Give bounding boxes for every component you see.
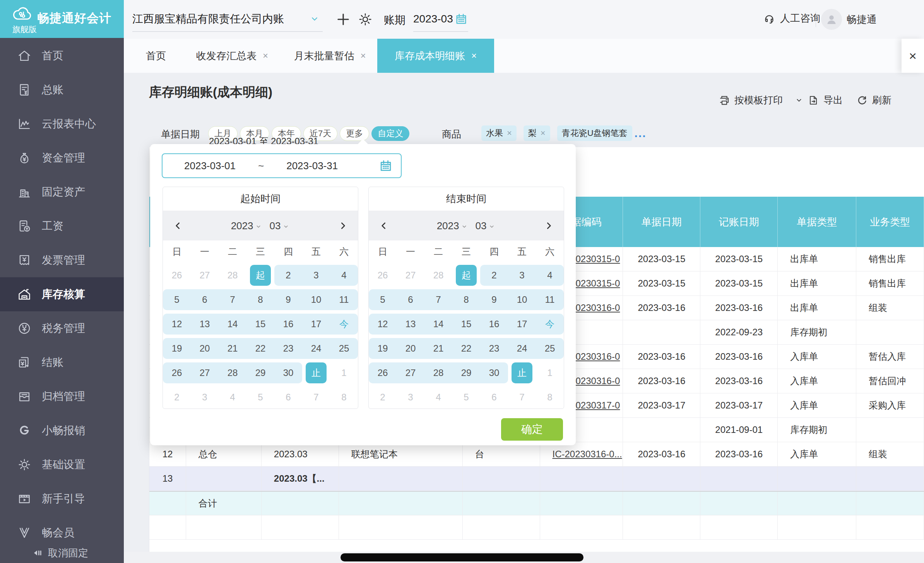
day-cell-3[interactable]: 3 bbox=[191, 385, 219, 409]
tab-库存成本明细账[interactable]: 库存成本明细账× bbox=[377, 39, 494, 73]
tab-收发存汇总表[interactable]: 收发存汇总表× bbox=[182, 39, 282, 73]
sidebar-item-总账[interactable]: 总账 bbox=[0, 73, 124, 107]
day-cell-9[interactable]: 9 bbox=[274, 287, 302, 312]
unpin-sidebar-button[interactable]: 取消固定 bbox=[0, 543, 124, 563]
day-cell-12[interactable]: 12 bbox=[369, 312, 397, 336]
day-cell-4[interactable]: 4 bbox=[424, 385, 452, 409]
day-cell-3[interactable]: 3 bbox=[397, 385, 424, 409]
remove-tag-icon[interactable]: × bbox=[541, 128, 546, 138]
doc-code-link[interactable]: IC-20230316-0... bbox=[540, 442, 623, 467]
month-select[interactable]: 03 bbox=[475, 220, 496, 232]
year-select[interactable]: 2023 bbox=[231, 220, 263, 232]
day-cell-2[interactable]: 2 bbox=[369, 385, 397, 409]
day-cell-20[interactable]: 20 bbox=[397, 336, 424, 360]
avatar[interactable] bbox=[821, 9, 842, 30]
day-cell-4[interactable]: 4 bbox=[330, 263, 358, 287]
day-cell-27[interactable]: 27 bbox=[191, 360, 219, 385]
chevron-down-icon[interactable] bbox=[794, 97, 804, 103]
day-cell-8[interactable]: 8 bbox=[246, 287, 274, 312]
company-selector[interactable]: 江西服宝精品有限责任公司内账 bbox=[132, 6, 323, 32]
day-cell-今[interactable]: 今 bbox=[330, 312, 358, 336]
next-month-button[interactable] bbox=[544, 220, 554, 232]
day-cell-28[interactable]: 28 bbox=[424, 263, 452, 287]
date-range-input[interactable]: 2023-03-01 ~ 2023-03-31 bbox=[162, 153, 402, 178]
day-cell-10[interactable]: 10 bbox=[508, 287, 536, 312]
day-cell-26[interactable]: 26 bbox=[163, 263, 191, 287]
day-cell-16[interactable]: 16 bbox=[480, 312, 508, 336]
close-tab-icon[interactable]: × bbox=[471, 50, 477, 61]
add-button[interactable] bbox=[335, 11, 351, 27]
gear-icon[interactable] bbox=[358, 12, 373, 27]
day-cell-1[interactable]: 1 bbox=[330, 360, 358, 385]
day-cell-28[interactable]: 28 bbox=[424, 360, 452, 385]
day-cell-6[interactable]: 6 bbox=[480, 385, 508, 409]
day-cell-2[interactable]: 2 bbox=[163, 385, 191, 409]
day-cell-27[interactable]: 27 bbox=[191, 263, 219, 287]
export-button[interactable]: 导出 bbox=[807, 94, 843, 106]
day-cell-21[interactable]: 21 bbox=[424, 336, 452, 360]
day-cell-17[interactable]: 17 bbox=[302, 312, 330, 336]
date-pill-更多[interactable]: 更多 bbox=[340, 126, 369, 141]
month-select[interactable]: 03 bbox=[269, 220, 290, 232]
day-cell-17[interactable]: 17 bbox=[508, 312, 536, 336]
sidebar-item-小畅报销[interactable]: 小畅报销 bbox=[0, 414, 124, 448]
day-cell-8[interactable]: 8 bbox=[452, 287, 480, 312]
sidebar-item-云报表中心[interactable]: 云报表中心 bbox=[0, 107, 124, 141]
username[interactable]: 畅捷通 bbox=[847, 13, 877, 26]
day-cell-22[interactable]: 22 bbox=[452, 336, 480, 360]
day-cell-23[interactable]: 23 bbox=[274, 336, 302, 360]
day-cell-21[interactable]: 21 bbox=[219, 336, 246, 360]
day-cell-13[interactable]: 13 bbox=[397, 312, 424, 336]
day-cell-14[interactable]: 14 bbox=[219, 312, 246, 336]
sidebar-item-工资[interactable]: 工资 bbox=[0, 209, 124, 243]
tab-首页[interactable]: 首页 bbox=[130, 39, 182, 73]
day-cell-4[interactable]: 4 bbox=[536, 263, 564, 287]
sidebar-item-归档管理[interactable]: 归档管理 bbox=[0, 379, 124, 414]
day-cell-7[interactable]: 7 bbox=[508, 385, 536, 409]
day-cell-26[interactable]: 26 bbox=[369, 360, 397, 385]
day-cell-止[interactable]: 止 bbox=[302, 360, 330, 385]
day-cell-11[interactable]: 11 bbox=[536, 287, 564, 312]
year-select[interactable]: 2023 bbox=[437, 220, 469, 232]
day-cell-13[interactable]: 13 bbox=[191, 312, 219, 336]
day-cell-25[interactable]: 25 bbox=[330, 336, 358, 360]
day-cell-7[interactable]: 7 bbox=[424, 287, 452, 312]
period-selector[interactable]: 2023-03 bbox=[413, 6, 468, 32]
day-cell-22[interactable]: 22 bbox=[246, 336, 274, 360]
refresh-button[interactable]: 刷新 bbox=[856, 94, 891, 106]
day-cell-7[interactable]: 7 bbox=[302, 385, 330, 409]
day-cell-28[interactable]: 28 bbox=[219, 263, 246, 287]
day-cell-19[interactable]: 19 bbox=[163, 336, 191, 360]
print-by-template-button[interactable]: 按模板打印 bbox=[718, 94, 804, 106]
tab-月末批量暂估[interactable]: 月末批量暂估× bbox=[282, 39, 377, 73]
day-cell-5[interactable]: 5 bbox=[246, 385, 274, 409]
sidebar-item-发票管理[interactable]: 发票管理 bbox=[0, 243, 124, 277]
day-cell-7[interactable]: 7 bbox=[219, 287, 246, 312]
sidebar-item-固定资产[interactable]: 固定资产 bbox=[0, 175, 124, 209]
sidebar-item-首页[interactable]: 首页 bbox=[0, 39, 124, 73]
day-cell-5[interactable]: 5 bbox=[452, 385, 480, 409]
day-cell-3[interactable]: 3 bbox=[508, 263, 536, 287]
day-cell-8[interactable]: 8 bbox=[330, 385, 358, 409]
day-cell-20[interactable]: 20 bbox=[191, 336, 219, 360]
product-tag-青花瓷U盘钢笔套[interactable]: 青花瓷U盘钢笔套 bbox=[557, 125, 632, 141]
day-cell-12[interactable]: 12 bbox=[163, 312, 191, 336]
end-date-value[interactable]: 2023-03-31 bbox=[286, 160, 338, 172]
product-tag-梨[interactable]: 梨× bbox=[524, 125, 550, 141]
day-cell-3[interactable]: 3 bbox=[302, 263, 330, 287]
day-cell-15[interactable]: 15 bbox=[452, 312, 480, 336]
day-cell-15[interactable]: 15 bbox=[246, 312, 274, 336]
day-cell-1[interactable]: 1 bbox=[536, 360, 564, 385]
prev-month-button[interactable] bbox=[173, 220, 183, 232]
sidebar-item-结账[interactable]: 结账 bbox=[0, 345, 124, 379]
day-cell-10[interactable]: 10 bbox=[302, 287, 330, 312]
day-cell-23[interactable]: 23 bbox=[480, 336, 508, 360]
sidebar-item-资金管理[interactable]: 资金管理 bbox=[0, 141, 124, 175]
day-cell-28[interactable]: 28 bbox=[219, 360, 246, 385]
close-all-tabs-button[interactable]: × bbox=[902, 39, 924, 73]
day-cell-起[interactable]: 起 bbox=[246, 263, 274, 287]
day-cell-30[interactable]: 30 bbox=[274, 360, 302, 385]
product-tag-水果[interactable]: 水果× bbox=[481, 125, 517, 141]
day-cell-25[interactable]: 25 bbox=[536, 336, 564, 360]
prev-month-button[interactable] bbox=[379, 220, 389, 232]
